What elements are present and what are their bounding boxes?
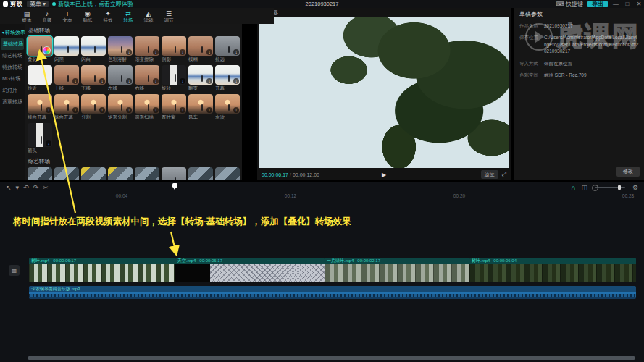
- timeline-settings-icon[interactable]: ⚙: [632, 182, 638, 193]
- transition-item-上移[interactable]: ↓上移: [54, 65, 79, 92]
- toolbar-item-sticker[interactable]: ◉贴纸: [78, 10, 97, 22]
- transition-item-矩形分割[interactable]: ↓矩形分割: [108, 94, 133, 121]
- param-value: C:/Users/Administrator/AppData/Local/Jia…: [544, 34, 639, 54]
- clip-filmstrip: [325, 264, 469, 282]
- transition-thumbnail: ↓: [54, 65, 79, 85]
- sidebar-item-基础转场[interactable]: 基础转场: [1, 38, 24, 50]
- top-toolbar: ▤媒体♪音频T文本◉贴纸✦特效⇄转场◭滤镜☰调节: [0, 8, 274, 24]
- transition-thumbnail: ↓: [54, 167, 79, 180]
- transition-thumbnail: [28, 65, 52, 85]
- toolbar-item-filter[interactable]: ◭滤镜: [139, 10, 158, 22]
- playhead[interactable]: [175, 184, 175, 355]
- transition-item-迷幻波纹[interactable]: ↓迷幻波纹: [54, 167, 79, 180]
- toolbar-item-adjust[interactable]: ☰调节: [159, 10, 178, 22]
- sidebar-item-幻灯片[interactable]: 幻灯片: [0, 85, 25, 96]
- transition-item-色彩溶解[interactable]: ↓色彩溶解: [108, 36, 133, 63]
- transition-item-渐变擦除[interactable]: ↓渐变擦除: [135, 36, 159, 63]
- minimize-button[interactable]: —: [612, 1, 619, 7]
- transition-thumbnail: ↓: [108, 65, 133, 85]
- fit-ratio-button[interactable]: 适应: [481, 170, 498, 179]
- transition-thumbnail: ↓: [215, 65, 240, 85]
- toolbar-item-label: 媒体: [22, 17, 32, 22]
- select-tool-icon[interactable]: ↖: [6, 182, 12, 193]
- transition-item-倒影[interactable]: ↓倒影: [162, 36, 186, 63]
- timeline-ruler[interactable]: 00:0400:1200:2000:28: [28, 193, 644, 201]
- sidebar-item-转场效果[interactable]: ▾转场效果: [0, 27, 25, 38]
- transition-item-模糊[interactable]: ↓模糊: [188, 36, 213, 63]
- maximize-button[interactable]: □: [624, 1, 631, 7]
- horizontal-scrollbar[interactable]: [28, 356, 635, 360]
- transition-item-信号干扰[interactable]: ↓信号干扰: [135, 167, 159, 180]
- toolbar-item-effects[interactable]: ✦特效: [99, 10, 117, 22]
- sidebar-item-MG转场[interactable]: MG转场: [0, 73, 25, 85]
- download-icon: ↓: [126, 107, 132, 113]
- modify-button[interactable]: 修改: [616, 167, 640, 177]
- toolbar-item-audio[interactable]: ♪音频: [38, 10, 57, 22]
- sidebar-item-综艺转场[interactable]: 综艺转场: [0, 50, 25, 62]
- transition-item-左移[interactable]: ↓左移: [108, 65, 133, 92]
- transition-item-蹦迪光线[interactable]: ↓蹦迪光线: [28, 167, 52, 180]
- transition-item-下移[interactable]: ↓下移: [81, 65, 106, 92]
- select-tool-caret-icon[interactable]: ▾: [16, 182, 20, 193]
- transition-item-横向开幕[interactable]: ↓横向开幕: [28, 94, 52, 121]
- transition-item-水波[interactable]: ↓水波: [215, 94, 240, 121]
- section-items: 叠化闪黑闪白↓色彩溶解↓渐变擦除↓倒影↓模糊↓拉远推近↓上移↓下移↓左移↓右移↓…: [28, 36, 242, 156]
- transition-item-分割[interactable]: ↓分割: [81, 94, 106, 121]
- transition-thumbnail: ↓: [108, 36, 133, 56]
- fullscreen-icon[interactable]: ⤢: [502, 171, 506, 178]
- menu-button[interactable]: 菜单▾: [27, 1, 49, 7]
- update-notice-label: 新版本已上线，点击立即体验: [58, 0, 133, 8]
- video-clip[interactable]: 一片绿叶.mp400:00:02:17: [325, 258, 469, 282]
- clip-filmstrip: [469, 264, 636, 282]
- sidebar-item-遮罩转场[interactable]: 遮罩转场: [0, 96, 25, 108]
- transition-item-叠化[interactable]: 叠化: [28, 36, 52, 63]
- transition-thumbnail: [54, 36, 79, 56]
- shortcut-button[interactable]: ⌨快捷键: [556, 0, 583, 8]
- transition-name: 风车: [188, 114, 213, 121]
- transition-item-错位故障[interactable]: ↓错位故障: [162, 167, 186, 180]
- export-button[interactable]: 导出: [587, 1, 608, 7]
- menu-button-label: 菜单: [30, 1, 41, 7]
- transition-item-箭头[interactable]: ↓箭头: [28, 123, 52, 154]
- zoom-slider-handle[interactable]: [618, 185, 621, 190]
- clip-duration: 00:00:06:17: [53, 258, 76, 264]
- sidebar-item-特效转场[interactable]: 特效转场: [0, 62, 25, 73]
- transition-item-右移[interactable]: ↓右移: [135, 65, 159, 92]
- transition-item-风车[interactable]: ↓风车: [188, 94, 213, 121]
- audio-clip[interactable]: 卡农钢琴曲纯音乐版.mp3: [29, 286, 636, 299]
- transition-item-拉远[interactable]: ↓拉远: [215, 36, 240, 63]
- update-notice[interactable]: 新版本已上线，点击立即体验: [52, 0, 133, 8]
- transition-name: 拉远: [215, 56, 240, 63]
- split-icon[interactable]: ✂: [43, 182, 49, 193]
- zoom-slider[interactable]: [595, 187, 625, 188]
- transition-item-无限穿越[interactable]: ↓无限穿越: [215, 167, 240, 180]
- toolbar-item-text[interactable]: T文本: [58, 10, 77, 22]
- transition-item-雪花故障[interactable]: ↓雪花故障: [108, 167, 133, 180]
- transition-overlap-region: [210, 264, 325, 282]
- video-clip[interactable]: 天空.mp400:00:06:17: [175, 258, 325, 282]
- playhead-handle-icon[interactable]: [172, 183, 177, 188]
- video-preview[interactable]: [259, 17, 509, 168]
- snap-magnet-icon[interactable]: ∩: [571, 182, 575, 193]
- transition-item-闪黑[interactable]: 闪黑: [54, 36, 79, 63]
- preview-axis-icon[interactable]: ◫: [581, 182, 587, 193]
- transition-item-百叶窗[interactable]: ↓百叶窗: [162, 94, 186, 121]
- redo-icon[interactable]: ↷: [33, 182, 39, 193]
- transition-item-翻页[interactable]: ↓翻页: [188, 65, 213, 92]
- play-button[interactable]: ▶: [382, 172, 386, 178]
- transition-item-开幕[interactable]: ↓开幕: [215, 65, 240, 92]
- toolbar-item-media[interactable]: ▤媒体: [17, 10, 36, 22]
- transition-item-纵向开幕[interactable]: ↓纵向开幕: [54, 94, 79, 121]
- transition-thumbnail: ↓: [188, 36, 213, 56]
- transition-item-复古噪点[interactable]: ↓复古噪点: [188, 167, 213, 180]
- video-clip[interactable]: 树叶.mp400:00:06:17: [29, 258, 175, 282]
- transition-item-闪白[interactable]: 闪白: [81, 36, 106, 63]
- close-button[interactable]: ✕: [635, 1, 643, 7]
- transition-item-旋转[interactable]: ↓旋转: [162, 65, 186, 92]
- transition-item-推近[interactable]: 推近: [28, 65, 52, 92]
- video-clip[interactable]: 树叶.mp400:00:06:04: [469, 258, 636, 282]
- toolbar-item-transition[interactable]: ⇄转场: [119, 10, 138, 22]
- transition-item-圆形扫描[interactable]: ↓圆形扫描: [135, 94, 159, 121]
- transition-item-色差故障[interactable]: ↓色差故障: [81, 167, 106, 180]
- undo-icon[interactable]: ↶: [23, 182, 29, 193]
